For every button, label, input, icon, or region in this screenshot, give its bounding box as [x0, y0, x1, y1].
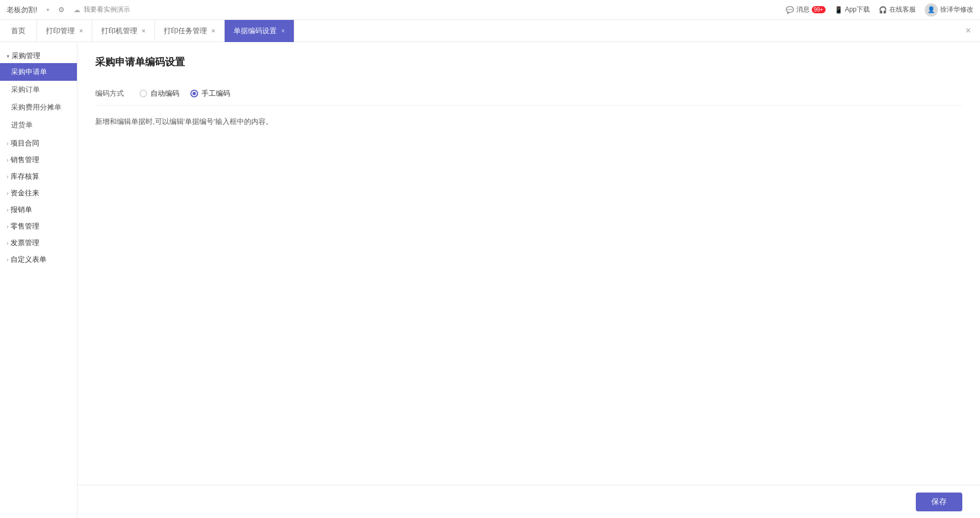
- chevron-right-icon: ›: [7, 157, 8, 163]
- user-profile[interactable]: 👤 徐泽华修改: [925, 3, 973, 17]
- app-download-label: App下载: [845, 5, 870, 14]
- chevron-right-icon: ›: [7, 224, 8, 230]
- close-all-tabs-button[interactable]: ×: [956, 25, 980, 37]
- sidebar-group-sales[interactable]: › 销售管理: [0, 151, 77, 167]
- sidebar-group-purchase[interactable]: ▾ 采购管理: [0, 46, 77, 63]
- sidebar-item-purchase-order-label: 采购订单: [11, 85, 40, 94]
- save-button[interactable]: 保存: [916, 493, 962, 511]
- sidebar-group-purchase-label: 采购管理: [12, 51, 40, 61]
- top-bar-right: 💬 消息 99+ 📱 App下载 🎧 在线客服 👤 徐泽华修改: [786, 3, 973, 17]
- auto-code-radio[interactable]: 自动编码: [139, 89, 179, 99]
- sidebar-group-custom-form-label: 自定义表单: [11, 255, 46, 265]
- message-button[interactable]: 💬 消息 99+: [786, 5, 826, 14]
- tab-serial-code-setting[interactable]: 单据编码设置 ×: [225, 20, 294, 42]
- tab-print-management[interactable]: 打印管理 ×: [37, 20, 92, 42]
- chevron-right-icon: ›: [7, 207, 8, 213]
- sidebar-group-project-contract[interactable]: › 项目合同: [0, 134, 77, 151]
- sidebar-group-retail[interactable]: › 零售管理: [0, 217, 77, 234]
- cloud-icon: ☁: [74, 6, 80, 14]
- manual-code-radio[interactable]: 手工编码: [190, 89, 230, 99]
- online-service-label: 在线客服: [889, 5, 916, 14]
- user-name: 徐泽华修改: [940, 5, 973, 14]
- sidebar-group-inventory[interactable]: › 库存核算: [0, 167, 77, 184]
- coding-method-radio-group: 自动编码 手工编码: [139, 89, 230, 99]
- top-bar: 老板勿割! ▾ ⚙ ☁ 我要看实例演示 💬 消息 99+ 📱 App下载 🎧 在…: [0, 0, 980, 20]
- coding-method-row: 编码方式 自动编码 手工编码: [95, 82, 962, 106]
- top-bar-title: 老板勿割!: [7, 5, 38, 15]
- tab-bar: 首页 打印管理 × 打印机管理 × 打印任务管理 × 单据编码设置 × ×: [0, 20, 980, 42]
- sidebar-group-return-label: 报销单: [11, 205, 32, 215]
- chevron-right-icon: ›: [7, 240, 8, 246]
- chevron-right-icon: ›: [7, 174, 8, 180]
- message-icon: 💬: [786, 6, 794, 14]
- tab-print-management-label: 打印管理: [46, 26, 75, 36]
- avatar-icon: 👤: [927, 6, 935, 13]
- sidebar-group-capital[interactable]: › 资金往来: [0, 184, 77, 200]
- sidebar-group-invoice-label: 发票管理: [11, 238, 39, 248]
- sidebar-item-purchase-expense-label: 采购费用分摊单: [11, 103, 61, 111]
- sidebar-item-purchase-order[interactable]: 采购订单: [0, 81, 77, 99]
- content-area: 采购申请单编码设置 编码方式 自动编码 手工编码 新增和编辑单据时,可以编辑'单…: [77, 42, 980, 518]
- sidebar-item-receipt[interactable]: 进货单: [0, 116, 77, 134]
- chevron-down-icon: ▾: [7, 53, 9, 59]
- manual-code-radio-circle: [190, 90, 198, 97]
- sidebar-group-inventory-label: 库存核算: [11, 172, 39, 182]
- tab-printer-management[interactable]: 打印机管理 ×: [92, 20, 155, 42]
- message-label: 消息: [796, 5, 810, 14]
- tab-close-print-task[interactable]: ×: [211, 27, 215, 35]
- content-main: 采购申请单编码设置 编码方式 自动编码 手工编码 新增和编辑单据时,可以编辑'单…: [77, 42, 980, 485]
- sidebar-item-purchase-expense[interactable]: 采购费用分摊单: [0, 99, 77, 116]
- sidebar: ▾ 采购管理 采购申请单 采购订单 采购费用分摊单 进货单 › 项目合同 › 销…: [0, 42, 77, 518]
- hint-text: 新增和编辑单据时,可以编辑'单据编号'输入框中的内容。: [95, 117, 962, 127]
- message-badge: 99+: [812, 6, 826, 13]
- tab-serial-code-setting-label: 单据编码设置: [234, 26, 277, 36]
- sidebar-item-receipt-label: 进货单: [11, 121, 33, 129]
- sidebar-group-return[interactable]: › 报销单: [0, 200, 77, 217]
- search-bar[interactable]: ☁ 我要看实例演示: [74, 5, 130, 14]
- headset-icon: 🎧: [879, 6, 887, 14]
- auto-code-radio-circle: [139, 90, 147, 97]
- app-download-icon: 📱: [834, 6, 843, 14]
- top-bar-left: 老板勿割! ▾ ⚙ ☁ 我要看实例演示: [7, 5, 130, 15]
- app-download-button[interactable]: 📱 App下载: [834, 5, 870, 14]
- online-service-button[interactable]: 🎧 在线客服: [879, 5, 916, 14]
- page-title: 采购申请单编码设置: [95, 55, 962, 69]
- tab-close-serial-code-setting[interactable]: ×: [281, 27, 285, 35]
- gear-icon[interactable]: ⚙: [58, 6, 65, 14]
- avatar: 👤: [925, 3, 938, 17]
- sidebar-item-purchase-request-label: 采购申请单: [11, 68, 47, 76]
- coding-method-label: 编码方式: [95, 89, 126, 99]
- tab-print-task-label: 打印任务管理: [164, 26, 207, 36]
- manual-code-label: 手工编码: [201, 89, 230, 99]
- tab-print-task[interactable]: 打印任务管理 ×: [155, 20, 225, 42]
- tab-home-label: 首页: [11, 26, 25, 36]
- chevron-right-icon: ›: [7, 190, 8, 196]
- auto-code-label: 自动编码: [151, 89, 179, 99]
- sidebar-group-invoice[interactable]: › 发票管理: [0, 234, 77, 250]
- tab-close-print-management[interactable]: ×: [79, 27, 83, 35]
- sidebar-group-sales-label: 销售管理: [11, 155, 39, 165]
- chevron-right-icon: ›: [7, 257, 8, 263]
- sidebar-group-retail-label: 零售管理: [11, 221, 39, 231]
- content-footer: 保存: [77, 485, 980, 518]
- sidebar-item-purchase-request[interactable]: 采购申请单: [0, 63, 77, 81]
- chevron-right-icon: ›: [7, 141, 8, 147]
- search-text[interactable]: 我要看实例演示: [84, 5, 130, 14]
- sidebar-group-capital-label: 资金往来: [11, 188, 39, 198]
- tab-close-printer-management[interactable]: ×: [142, 27, 146, 35]
- chevron-down-icon[interactable]: ▾: [46, 7, 49, 13]
- tab-printer-management-label: 打印机管理: [101, 26, 137, 36]
- sidebar-group-project-contract-label: 项目合同: [11, 138, 39, 148]
- sidebar-group-custom-form[interactable]: › 自定义表单: [0, 250, 77, 267]
- main-layout: ▾ 采购管理 采购申请单 采购订单 采购费用分摊单 进货单 › 项目合同 › 销…: [0, 42, 980, 518]
- tab-home[interactable]: 首页: [0, 20, 37, 42]
